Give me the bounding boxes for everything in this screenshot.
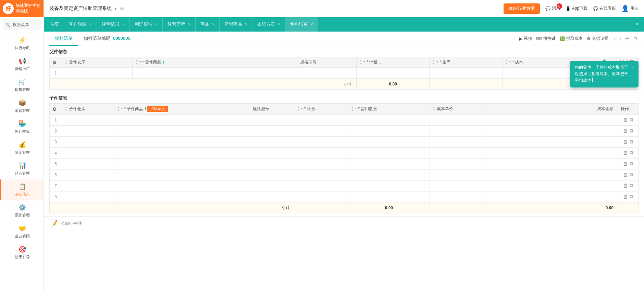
sort-icon[interactable]: ▲▼ <box>65 106 67 112</box>
copy-icon[interactable]: ⧉ <box>630 183 633 189</box>
dropdown-arrow-icon[interactable]: ▾ <box>114 6 117 11</box>
sort-icon[interactable]: ▲▼ <box>65 59 67 65</box>
child-spec-2[interactable] <box>250 126 294 137</box>
try-plan-button[interactable]: 体验行业方案 <box>504 3 540 14</box>
delete-icon[interactable]: 🗑 <box>623 128 628 134</box>
tooltip-close-button[interactable]: × <box>631 64 634 71</box>
sidebar-item-cooperation[interactable]: 🤝 企业协同 <box>0 221 44 242</box>
tab-close-icon[interactable]: × <box>188 22 190 27</box>
copy-icon[interactable]: ⧉ <box>630 128 633 134</box>
sidebar-item-operation[interactable]: 📊 经营管理 <box>0 159 44 179</box>
tab-close-icon[interactable]: × <box>212 22 214 27</box>
add-row-icon[interactable]: 📝 <box>49 219 58 227</box>
search-menu-button[interactable]: 🔍 搜索菜单 <box>3 20 41 30</box>
child-col-settings-header[interactable]: ⚙ <box>50 104 62 115</box>
child-warehouse-1[interactable] <box>62 115 114 126</box>
user-avatar-button[interactable]: 👤 用友 <box>621 5 639 12</box>
child-goods-2[interactable] <box>114 126 250 137</box>
tab-close-icon[interactable]: × <box>311 22 313 27</box>
expand-icon[interactable]: ⊡ <box>632 35 639 42</box>
tab-close-icon[interactable]: × <box>122 22 125 27</box>
child-col-unit-header: ▲▼ * * 计量... <box>294 104 348 115</box>
parent-production-cell[interactable] <box>430 68 503 79</box>
child-unit-1[interactable] <box>294 115 348 126</box>
sidebar-item-quick-nav[interactable]: ⚡ 快捷导航 <box>0 33 44 54</box>
delete-icon[interactable]: 🗑 <box>623 150 628 156</box>
parent-spec-cell[interactable] <box>297 68 357 79</box>
tab-close-icon[interactable]: × <box>245 22 247 27</box>
tab-operation-history[interactable]: 经营历程 × <box>163 17 196 32</box>
parent-unit-cell[interactable] <box>357 68 430 79</box>
tab-goods[interactable]: 商品 × <box>196 17 220 32</box>
tab-barcode[interactable]: 条码方案 × <box>252 17 285 32</box>
tab-close-icon[interactable]: × <box>278 22 280 27</box>
copy-icon[interactable]: ⧉ <box>630 194 633 200</box>
copy-icon[interactable]: ⧉ <box>630 172 633 178</box>
scan-input-button[interactable]: 扫码录入 <box>147 106 168 112</box>
sidebar-item-basic[interactable]: 📋 基础信息 <box>0 179 44 200</box>
child-spec-1[interactable] <box>250 115 294 126</box>
copy-icon[interactable]: ⧉ <box>630 161 633 167</box>
copy-icon[interactable]: ⧉ <box>630 117 633 123</box>
tab-close-icon[interactable]: × <box>155 22 158 27</box>
sort-icon[interactable]: ▲▼ <box>433 106 435 112</box>
sort-icon[interactable]: ▲▼ <box>297 106 300 112</box>
parent-warehouse-cell[interactable] <box>62 68 133 79</box>
tab-customers[interactable]: 客户联络 × <box>64 17 97 32</box>
child-quantity-1[interactable] <box>348 115 430 126</box>
delete-icon[interactable]: 🗑 <box>623 161 628 167</box>
delete-icon[interactable]: 🗑 <box>623 117 628 123</box>
sub-tab-bom-code[interactable]: 物料清单编码 0000005 <box>78 32 136 46</box>
delete-icon[interactable]: 🗑 <box>623 183 628 189</box>
view-action[interactable]: ▶ 视频 <box>519 36 532 42</box>
sort-icon[interactable]: ▲▼ <box>505 59 508 65</box>
sidebar-item-system[interactable]: ⚙️ 系统管理 <box>0 200 44 221</box>
sidebar-item-marketing[interactable]: 📢 营销推广 <box>0 54 44 75</box>
close-tab-icon[interactable]: × <box>631 21 643 27</box>
tab-profit[interactable]: 利润报告 × <box>130 17 163 32</box>
child-unit-price-2[interactable] <box>430 126 482 137</box>
list-view-icon[interactable]: ☰ <box>624 35 631 42</box>
shortcut-action[interactable]: ⌨ 快捷键 <box>536 36 556 42</box>
prev-arrow-icon[interactable]: ‹ <box>612 35 617 42</box>
settings-icon[interactable]: ⚙ <box>120 5 124 12</box>
child-quantity-2[interactable] <box>348 126 430 137</box>
app-download-button[interactable]: 📱 App下载 <box>566 5 587 11</box>
parent-cost-cell[interactable] <box>502 68 575 79</box>
child-goods-1[interactable] <box>114 115 250 126</box>
sort-icon[interactable]: ▲▼ <box>117 106 120 112</box>
sidebar-item-guide[interactable]: 🎯 新手引导 <box>0 242 44 263</box>
child-unit-price-1[interactable] <box>430 115 482 126</box>
sidebar-item-purchase[interactable]: 📦 采购管理 <box>0 96 44 117</box>
sidebar-item-inventory[interactable]: 🏪 库存核算 <box>0 117 44 138</box>
sort-icon[interactable]: ▲▼ <box>351 106 354 112</box>
online-service-button[interactable]: 🎧 在线客服 <box>593 5 616 11</box>
tab-new-goods[interactable]: 新增商品 × <box>220 17 252 32</box>
sidebar-item-finance[interactable]: 💰 资金管理 <box>0 138 44 159</box>
info-icon[interactable]: ℹ <box>145 107 146 111</box>
copy-icon[interactable]: ⧉ <box>630 150 633 156</box>
parent-col-settings-header[interactable]: ⚙ <box>50 57 62 68</box>
add-row-label[interactable]: 添加行/备注 <box>61 221 82 226</box>
settings-action[interactable]: ⚙ 单据设置 <box>587 36 608 42</box>
child-warehouse-2[interactable] <box>62 126 114 137</box>
sidebar-item-sales[interactable]: 🛒 销售管理 <box>0 75 44 96</box>
sub-tab-bom-list[interactable]: 物料清单 <box>49 32 78 46</box>
sort-icon[interactable]: ▲▼ <box>135 59 138 65</box>
child-unit-2[interactable] <box>294 126 348 137</box>
delete-icon[interactable]: 🗑 <box>623 172 628 178</box>
info-icon[interactable]: ℹ <box>163 60 164 65</box>
cost-action[interactable]: 💹 提取成本 <box>560 36 583 42</box>
tab-bom[interactable]: 物料清单 × <box>285 17 318 32</box>
sort-icon[interactable]: ▲▼ <box>432 59 435 65</box>
copy-icon[interactable]: ⧉ <box>630 139 633 145</box>
delete-icon[interactable]: 🗑 <box>623 139 628 145</box>
next-arrow-icon[interactable]: › <box>618 35 622 42</box>
parent-goods-cell[interactable] <box>132 68 297 79</box>
tab-home[interactable]: 首页 <box>45 17 64 32</box>
tab-operation-status[interactable]: 经营情况 × <box>97 17 130 32</box>
message-button[interactable]: 💬 消息 6 <box>545 5 560 11</box>
sort-icon[interactable]: ▲▼ <box>359 59 362 65</box>
delete-icon[interactable]: 🗑 <box>623 194 628 200</box>
tab-close-icon[interactable]: × <box>89 22 92 27</box>
